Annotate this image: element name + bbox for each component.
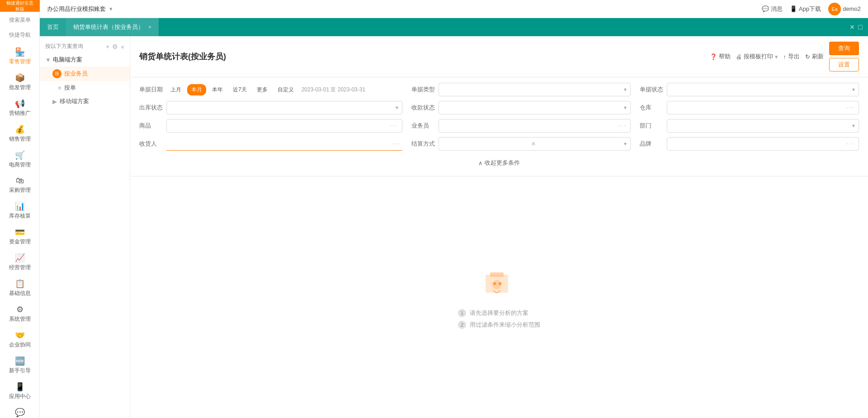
- sidebar-item-system-label: 系统管理: [9, 315, 31, 323]
- settlement-label: 结算方式: [411, 140, 435, 148]
- left-panel: 按以下方案查询 + ⚙ « ▼ 电脑端方案 按 按业务员: [40, 36, 130, 418]
- tree-group-mobile: ▶ 移动端方案: [40, 95, 130, 108]
- topbar-message[interactable]: 💬 消息: [762, 5, 783, 13]
- sidebar-item-inventory[interactable]: 📊 库存核算: [0, 198, 40, 223]
- ecommerce-icon: 🛒: [15, 150, 25, 160]
- tree-child-by-salesperson[interactable]: 按 按业务员: [40, 66, 130, 81]
- outbound-select[interactable]: ▾: [166, 101, 402, 114]
- goods-select[interactable]: ···: [166, 119, 402, 133]
- doc-scheme-icon: ≡: [58, 85, 61, 91]
- date-btn-custom[interactable]: 自定义: [274, 84, 298, 95]
- print-dropdown-icon[interactable]: ▾: [775, 53, 778, 60]
- tree-parent-pc-label: 电脑端方案: [53, 56, 82, 64]
- sidebar-item-wholesale[interactable]: 📦 批发管理: [0, 69, 40, 95]
- filter-row-2: 出库状态 ▾ 收款状态 ▾: [139, 101, 859, 114]
- date-btn-this-year[interactable]: 本年: [208, 84, 227, 95]
- tab-current[interactable]: 销货单统计表（按业务员） ×: [66, 18, 159, 36]
- sidebar-item-retail-label: 零售管理: [9, 58, 31, 66]
- sidebar-item-system[interactable]: ⚙ 系统管理: [0, 301, 40, 327]
- settlement-select[interactable]: ✕ ▾: [439, 137, 631, 151]
- sidebar-item-app-center[interactable]: 📱 应用中心: [0, 378, 40, 404]
- doc-status-select[interactable]: ▾: [667, 83, 859, 96]
- sidebar-item-basic[interactable]: 📋 基础信息: [0, 275, 40, 301]
- sidebar-item-finance[interactable]: 💳 资金管理: [0, 223, 40, 249]
- tree-parent-pc[interactable]: ▼ 电脑端方案: [40, 53, 130, 66]
- sidebar-search[interactable]: 搜索菜单: [0, 12, 39, 28]
- sidebar-item-newbie-label: 新手引导: [9, 367, 31, 375]
- sidebar-item-purchase-label: 采购管理: [9, 186, 31, 194]
- help-btn[interactable]: ❓ 帮助: [710, 52, 731, 61]
- receiver-input[interactable]: ···: [166, 137, 402, 151]
- filter-receiver: 收货人 ···: [139, 137, 402, 151]
- settings-button[interactable]: 设置: [829, 58, 859, 71]
- tab-close-btn[interactable]: ×: [148, 24, 151, 30]
- filter-department: 部门 ▾: [640, 119, 859, 133]
- sidebar-item-app-center-label: 应用中心: [9, 393, 31, 400]
- tree-child-salesperson-label: 按业务员: [64, 70, 88, 78]
- filter-doc-type: 单据类型 ▾: [411, 83, 631, 96]
- sidebar-item-finance-label: 资金管理: [9, 238, 31, 246]
- date-btn-this-month[interactable]: 本月: [187, 84, 206, 95]
- query-button[interactable]: 查询: [829, 42, 859, 55]
- industry-dropdown-icon[interactable]: ▾: [109, 5, 113, 12]
- topbar-app-download[interactable]: 📱 App下载: [790, 5, 821, 13]
- user-initial: Ea: [832, 6, 838, 12]
- collapse-panel-btn[interactable]: «: [121, 43, 124, 50]
- sidebar-item-purchase[interactable]: 🛍 采购管理: [0, 172, 40, 198]
- tree-parent-mobile[interactable]: ▶ 移动端方案: [40, 95, 130, 108]
- warehouse-select[interactable]: ···: [667, 101, 859, 114]
- collapse-btn[interactable]: ∧ 收起更多条件: [478, 159, 520, 167]
- left-panel-title: 按以下方案查询: [45, 43, 83, 50]
- filter-brand: 品牌 ···: [640, 137, 859, 151]
- doc-type-select[interactable]: ▾: [439, 83, 631, 96]
- system-icon: ⚙: [16, 304, 24, 314]
- filter-row-3: 商品 ··· 业务员 ···: [139, 119, 859, 133]
- mobile-expand-icon: ▶: [52, 98, 57, 105]
- tree-grandchild-doc-label: 按单: [64, 84, 76, 92]
- print-btn[interactable]: 🖨 按模板打印 ▾: [736, 52, 778, 61]
- export-btn[interactable]: ↑ 导出: [783, 52, 800, 61]
- add-scheme-btn[interactable]: +: [106, 43, 109, 50]
- sidebar-item-retail[interactable]: 🏪 零售管理: [0, 43, 40, 69]
- window-close-btn[interactable]: ×: [850, 23, 855, 32]
- sidebar-item-newbie[interactable]: 🆕 新手引导: [0, 352, 40, 378]
- sidebar-item-wechat[interactable]: 💬 企业微信: [0, 404, 40, 418]
- tab-home[interactable]: 首页: [40, 18, 66, 36]
- window-max-btn[interactable]: □: [858, 23, 863, 31]
- empty-hint-2: 2 用过滤条件来缩小分析范围: [458, 321, 540, 329]
- sidebar-logo[interactable]: 畅捷通好生意 标版: [0, 0, 40, 12]
- sidebar-item-cooperation[interactable]: 🤝 企业协同: [0, 327, 40, 352]
- sidebar-item-marketing[interactable]: 📢 营销推广: [0, 95, 40, 121]
- date-btn-more[interactable]: 更多: [253, 84, 272, 95]
- filter-doc-status: 单据状态 ▾: [640, 83, 859, 96]
- settlement-clear[interactable]: ✕: [531, 141, 536, 147]
- payment-status-select[interactable]: ▾: [439, 101, 631, 114]
- tree-grandchild-by-doc[interactable]: ≡ 按单: [40, 81, 130, 95]
- topbar-user[interactable]: Ea demo2: [828, 3, 861, 15]
- salesperson-select[interactable]: ···: [439, 119, 631, 133]
- export-icon: ↑: [783, 53, 787, 60]
- date-btn-7days[interactable]: 近7天: [229, 84, 251, 95]
- date-btn-last-month[interactable]: 上月: [166, 84, 185, 95]
- settings-scheme-btn[interactable]: ⚙: [112, 43, 118, 50]
- tab-current-label: 销货单统计表（按业务员）: [73, 23, 144, 31]
- app-center-icon: 📱: [15, 382, 25, 392]
- date-label: 单据日期: [139, 86, 163, 94]
- outbound-arrow: ▾: [396, 104, 398, 111]
- purchase-icon: 🛍: [16, 176, 24, 185]
- receiver-label: 收货人: [139, 140, 163, 148]
- department-select[interactable]: ▾: [667, 119, 859, 133]
- brand-select[interactable]: ···: [667, 137, 859, 151]
- filter-row-1: 单据日期 上月 本月 本年 近7天 更多 自定义 2023-03-01 至 20…: [139, 83, 859, 96]
- sidebar-item-ecommerce[interactable]: 🛒 电商管理: [0, 147, 40, 172]
- topbar: 办公用品行业模拟账套 ▾ 💬 消息 📱 App下载 Ea demo2: [40, 0, 868, 18]
- sidebar-item-operations[interactable]: 📈 经营管理: [0, 249, 40, 275]
- brand-dots: ···: [846, 140, 855, 148]
- sidebar-item-sales[interactable]: 💰 销售管理: [0, 121, 40, 147]
- operations-icon: 📈: [15, 253, 25, 263]
- empty-text: 1 请先选择要分析的方案 2 用过滤条件来缩小分析范围: [458, 309, 540, 329]
- sidebar-quick-nav[interactable]: 快捷导航: [0, 28, 39, 42]
- refresh-btn[interactable]: ↻ 刷新: [805, 52, 824, 61]
- outbound-label: 出库状态: [139, 104, 163, 112]
- page-content: 按以下方案查询 + ⚙ « ▼ 电脑端方案 按 按业务员: [40, 36, 868, 418]
